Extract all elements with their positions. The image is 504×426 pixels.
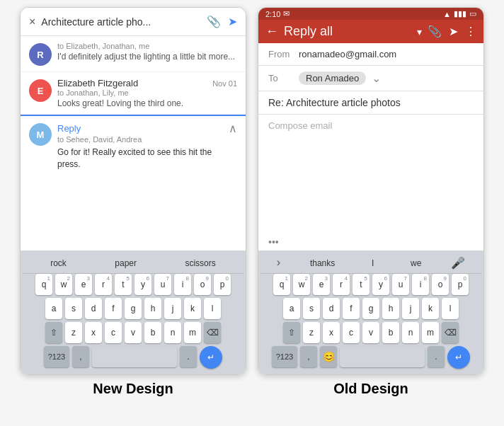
email-preview-1: I'd definitely adjust the lighting a lit… (57, 52, 237, 62)
old-space-key[interactable]: ___ (340, 346, 425, 367)
key-p[interactable]: 0p (214, 274, 231, 295)
old-key-b[interactable]: b (382, 322, 399, 343)
back-icon[interactable]: ← (265, 24, 278, 39)
message-icon: ✉ (283, 9, 290, 18)
old-key-e[interactable]: 3e (313, 274, 330, 295)
key-z[interactable]: z (65, 322, 82, 343)
old-key-x[interactable]: x (323, 322, 340, 343)
key-t[interactable]: 5t (115, 274, 132, 295)
keyboard-numbers-row: 1q 2w 3e 4r 5t 6y 7u 8i 9o 0p (22, 274, 244, 295)
old-key-p[interactable]: 0p (452, 274, 469, 295)
numbers-key[interactable]: ?123 (44, 346, 69, 367)
old-key-h[interactable]: h (382, 298, 399, 319)
old-key-o[interactable]: 9o (432, 274, 449, 295)
key-k[interactable]: k (184, 298, 201, 319)
enter-key[interactable]: ↵ (200, 346, 222, 369)
email-content-1: to Elizabeth, Jonathan, me I'd definitel… (57, 42, 237, 62)
keyboard-row-3: ⇧ z x c v b n m ⌫ (22, 322, 244, 343)
old-key-d[interactable]: d (323, 298, 340, 319)
comma-key[interactable]: , (72, 346, 89, 367)
key-e[interactable]: 3e (75, 274, 92, 295)
mic-icon[interactable]: 🎤 (451, 256, 465, 270)
old-comma-key[interactable]: , (300, 346, 317, 367)
backspace-key[interactable]: ⌫ (204, 322, 221, 343)
key-q[interactable]: 1q (35, 274, 52, 295)
chevron-right-icon: › (277, 256, 280, 270)
old-key-q[interactable]: 1q (273, 274, 290, 295)
old-enter-key[interactable]: ↵ (447, 346, 470, 369)
suggestion-i[interactable]: I (365, 256, 381, 270)
old-key-t[interactable]: 5t (353, 274, 370, 295)
key-v[interactable]: v (125, 322, 142, 343)
old-keyboard-row-1: 1q 2w 3e 4r 5t 6y 7u 8i 9o 0p (260, 274, 482, 295)
period-key[interactable]: . (180, 346, 197, 367)
old-key-k[interactable]: k (422, 298, 439, 319)
old-key-f[interactable]: f (343, 298, 360, 319)
old-keyboard-row-4: ?123 , 😊 ___ . ↵ (260, 346, 482, 369)
key-x[interactable]: x (85, 322, 102, 343)
old-key-r[interactable]: 4r (333, 274, 350, 295)
attachment-icon[interactable]: 📎 (207, 15, 221, 28)
old-key-w[interactable]: 2w (293, 274, 310, 295)
send-icon[interactable]: ➤ (228, 15, 237, 28)
old-key-n[interactable]: n (402, 322, 419, 343)
suggestion-paper[interactable]: paper (108, 256, 144, 270)
send-icon[interactable]: ➤ (449, 25, 458, 38)
key-o[interactable]: 9o (194, 274, 211, 295)
space-key[interactable]: ___ (92, 346, 177, 367)
reply-body[interactable]: Go for it! Really excited to see this hi… (57, 146, 237, 171)
key-n[interactable]: n (164, 322, 181, 343)
old-period-key[interactable]: . (428, 346, 445, 367)
old-key-z[interactable]: z (303, 322, 320, 343)
old-key-y[interactable]: 6y (372, 274, 389, 295)
key-d[interactable]: d (85, 298, 102, 319)
key-a[interactable]: a (45, 298, 62, 319)
key-j[interactable]: j (164, 298, 181, 319)
key-w[interactable]: 2w (55, 274, 72, 295)
key-h[interactable]: h (144, 298, 161, 319)
old-key-s[interactable]: s (303, 298, 320, 319)
old-backspace-key[interactable]: ⌫ (442, 322, 459, 343)
key-u[interactable]: 7u (154, 274, 171, 295)
body-field[interactable]: Compose email (258, 115, 483, 234)
more-icon[interactable]: ⋮ (465, 25, 476, 38)
email-to-2: to Jonathan, Lily, me (57, 88, 237, 97)
key-r[interactable]: 4r (95, 274, 112, 295)
old-key-m[interactable]: m (422, 322, 439, 343)
suggestion-we[interactable]: we (403, 256, 428, 270)
key-l[interactable]: l (204, 298, 221, 319)
key-f[interactable]: f (105, 298, 122, 319)
close-icon[interactable]: × (29, 16, 35, 28)
old-key-g[interactable]: g (362, 298, 379, 319)
chevron-up-icon[interactable]: ∧ (229, 122, 237, 135)
reply-item[interactable]: M Reply ∧ to Sehee, David, Andrea Go for… (21, 115, 246, 176)
suggestion-thanks[interactable]: thanks (303, 256, 342, 270)
time-display: 2:10 (265, 10, 280, 18)
key-i[interactable]: 8i (174, 274, 191, 295)
old-numbers-key[interactable]: ?123 (272, 346, 297, 367)
email-to-1: to Elizabeth, Jonathan, me (57, 42, 237, 50)
key-y[interactable]: 6y (134, 274, 151, 295)
dropdown-icon[interactable]: ▾ (417, 26, 422, 38)
old-key-i[interactable]: 8i (412, 274, 429, 295)
key-g[interactable]: g (125, 298, 142, 319)
old-key-u[interactable]: 7u (392, 274, 409, 295)
key-c[interactable]: c (105, 322, 122, 343)
suggestion-scissors[interactable]: scissors (178, 256, 222, 270)
old-shift-key[interactable]: ⇧ (283, 322, 300, 343)
old-key-c[interactable]: c (343, 322, 360, 343)
old-key-v[interactable]: v (362, 322, 379, 343)
to-chip[interactable]: Ron Amadeo (299, 71, 366, 85)
key-b[interactable]: b (144, 322, 161, 343)
shift-key[interactable]: ⇧ (45, 322, 62, 343)
attach-icon[interactable]: 📎 (428, 25, 442, 38)
key-s[interactable]: s (65, 298, 82, 319)
suggestion-rock[interactable]: rock (43, 256, 74, 270)
key-m[interactable]: m (184, 322, 201, 343)
old-key-j[interactable]: j (402, 298, 419, 319)
expand-icon[interactable]: ⌄ (372, 71, 381, 85)
old-key-l[interactable]: l (442, 298, 459, 319)
subject-field[interactable]: Re: Architecture article photos (258, 91, 483, 115)
old-key-a[interactable]: a (283, 298, 300, 319)
emoji-key[interactable]: 😊 (320, 346, 337, 367)
